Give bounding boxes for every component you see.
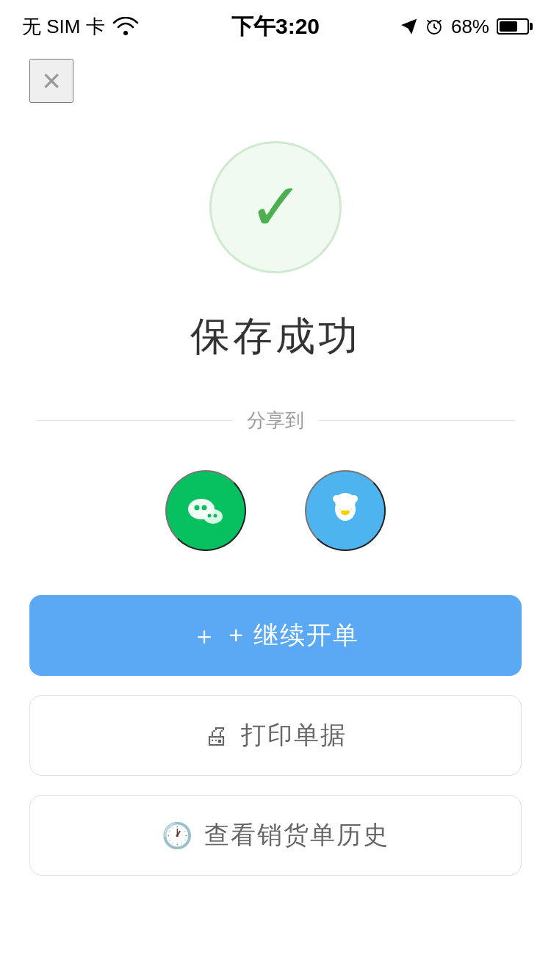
status-time: 下午3:20 (231, 12, 320, 42)
print-button[interactable]: 🖨 打印单据 (29, 695, 522, 776)
battery-icon (497, 18, 529, 35)
print-icon: 🖨 (204, 723, 231, 748)
share-icons (37, 470, 514, 551)
status-left: 无 SIM 卡 (22, 14, 139, 40)
qq-logo (322, 487, 370, 535)
status-right: 68% (401, 15, 529, 38)
svg-point-16 (335, 493, 356, 511)
svg-point-7 (213, 514, 217, 517)
alarm-icon (425, 17, 444, 36)
print-label: 打印单据 (241, 718, 347, 752)
checkmark-icon: ✓ (248, 174, 303, 240)
svg-point-3 (194, 505, 199, 510)
continue-button[interactable]: ＋ + 继续开单 (29, 595, 522, 676)
close-icon: × (42, 65, 61, 97)
main-content: ✓ 保存成功 分享到 (0, 53, 551, 876)
close-button[interactable]: × (29, 59, 73, 103)
qq-share-button[interactable] (305, 470, 386, 551)
status-bar: 无 SIM 卡 下午3:20 68% (0, 0, 551, 53)
svg-point-4 (201, 505, 206, 510)
history-button[interactable]: 🕐 查看销货单历史 (29, 795, 522, 876)
divider-right (319, 420, 514, 421)
divider-left (37, 420, 232, 421)
buttons-section: ＋ + 继续开单 🖨 打印单据 🕐 查看销货单历史 (0, 595, 551, 876)
continue-label: + 继续开单 (228, 619, 359, 652)
location-icon (401, 18, 417, 35)
share-label: 分享到 (247, 408, 304, 433)
share-divider: 分享到 (37, 408, 514, 433)
svg-point-5 (204, 509, 223, 524)
wechat-logo (182, 487, 230, 535)
battery-percent: 68% (451, 15, 489, 38)
no-sim-text: 无 SIM 卡 (22, 14, 105, 40)
wechat-share-button[interactable] (165, 470, 246, 551)
share-section: 分享到 (0, 408, 551, 551)
clock-icon: 🕐 (162, 823, 194, 848)
svg-point-6 (207, 514, 211, 517)
success-title: 保存成功 (190, 310, 361, 364)
success-circle: ✓ (209, 141, 342, 273)
wifi-icon (112, 17, 139, 36)
plus-icon: ＋ (192, 623, 218, 648)
svg-point-0 (123, 31, 128, 35)
history-label: 查看销货单历史 (204, 818, 389, 852)
